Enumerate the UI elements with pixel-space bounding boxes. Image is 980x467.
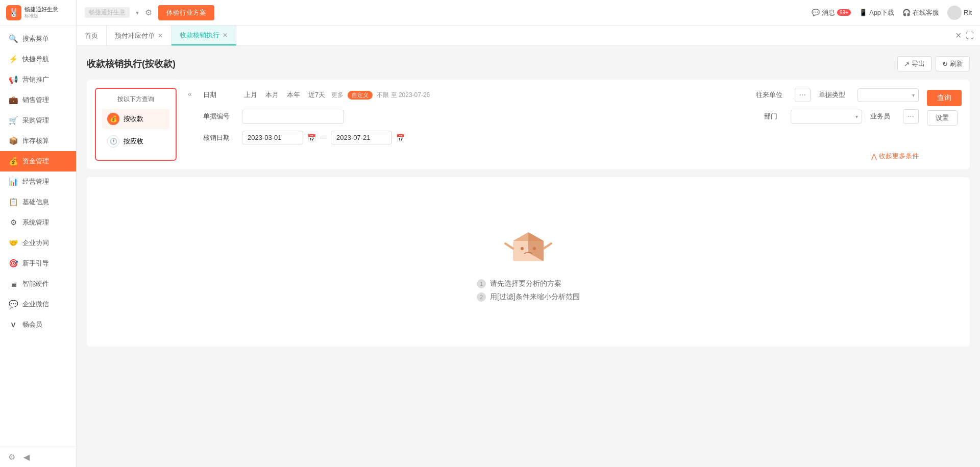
tab-collection[interactable]: 收款核销执行 ✕ [172, 26, 236, 45]
date-custom-badge[interactable]: 自定义 [348, 91, 373, 100]
query-type-by-receivable[interactable]: 🕐 按应收 [102, 131, 169, 152]
verify-date-end-input[interactable] [331, 131, 392, 144]
collapse-more-label: 收起更多条件 [879, 152, 919, 161]
filter-area: 按以下方查询 💰 按收款 🕐 按应收 « 日期 [87, 80, 970, 169]
logo-title: 畅捷通好生意 [24, 6, 58, 13]
main-area: 畅捷通好生意 ▾ ⚙ 体验行业方案 💬 消息 99+ 📱 App下载 🎧 在线客… [77, 0, 980, 467]
tab-prepay-close-icon[interactable]: ✕ [158, 33, 163, 39]
sidebar-item-marketing[interactable]: 📢 营销推广 [0, 69, 76, 90]
sidebar-item-system[interactable]: ⚙ 系统管理 [0, 212, 76, 233]
dept-select[interactable] [791, 110, 862, 124]
date-last-month[interactable]: 上月 [242, 89, 259, 101]
sidebar-item-management[interactable]: 📊 经营管理 [0, 171, 76, 192]
export-icon: ↗ [904, 60, 910, 68]
doctype-select-wrapper: ▾ [857, 88, 919, 102]
industry-solution-button[interactable]: 体验行业方案 [158, 5, 214, 20]
verify-date-end-calendar-icon[interactable]: 📅 [396, 134, 405, 142]
sidebar-item-label: 经营管理 [22, 177, 49, 186]
date-shortcuts: 上月 本月 本年 近7天 更多 自定义 [242, 89, 373, 101]
sidebar-item-finance[interactable]: 💰 资金管理 [0, 151, 76, 171]
sidebar-item-guide[interactable]: 🎯 新手引导 [0, 253, 76, 274]
sidebar-item-label: 智能硬件 [22, 279, 49, 288]
app-download-button[interactable]: 📱 App下载 [859, 8, 894, 17]
collapse-sidebar-icon[interactable]: ◀ [23, 452, 30, 462]
sidebar-item-inventory[interactable]: 📦 库存核算 [0, 131, 76, 151]
filter-actions: 查询 设置 [927, 88, 962, 161]
sidebar-item-wechat[interactable]: 💬 企业微信 [0, 294, 76, 314]
doctype-label: 单据类型 [819, 90, 849, 100]
guide-icon: 🎯 [8, 258, 18, 268]
page-title-actions: ↗ 导出 ↻ 刷新 [897, 56, 970, 71]
salesman-label: 业务员 [870, 112, 895, 121]
sidebar-bottom: ⚙ ◀ [0, 447, 76, 467]
sidebar: 🐰 畅捷通好生意 标准版 🔍 搜索菜单 ⚡ 快捷导航 📢 营销推广 💼 销售管理… [0, 0, 77, 467]
date-more[interactable]: 更多 [331, 91, 344, 100]
refresh-button[interactable]: ↻ 刷新 [936, 56, 970, 71]
verify-date-start-input[interactable] [242, 131, 303, 144]
date-7days[interactable]: 近7天 [306, 89, 327, 101]
svg-point-3 [521, 247, 524, 250]
date-this-month[interactable]: 本月 [263, 89, 281, 101]
tab-home-label: 首页 [85, 31, 98, 40]
filter-row-3: 核销日期 📅 — 📅 [203, 131, 919, 144]
hint-item-2: 2 用[过滤]条件来缩小分析范围 [477, 292, 580, 302]
sidebar-item-search[interactable]: 🔍 搜索菜单 [0, 29, 76, 49]
verify-date-group: 📅 — 📅 [242, 131, 405, 144]
hint-num-1: 1 [477, 279, 486, 288]
sidebar-item-hardware[interactable]: 🖥 智能硬件 [0, 274, 76, 294]
settings-bottom-icon[interactable]: ⚙ [8, 452, 15, 462]
sidebar-item-purchase[interactable]: 🛒 采购管理 [0, 110, 76, 131]
topbar-brand: 畅捷通好生意 [85, 7, 130, 18]
sidebar-item-sales[interactable]: 💼 销售管理 [0, 90, 76, 110]
sidebar-item-label: 搜索菜单 [22, 34, 49, 43]
brand-text: 畅捷通好生意 [85, 7, 130, 18]
hardware-icon: 🖥 [8, 279, 18, 289]
query-button[interactable]: 查询 [927, 90, 962, 106]
doctype-select[interactable] [857, 88, 919, 102]
collab-icon: 🤝 [8, 238, 18, 248]
dept-control: ▾ [791, 110, 862, 124]
settings-button[interactable]: 设置 [927, 110, 958, 126]
empty-svg [503, 218, 554, 269]
sidebar-item-collab[interactable]: 🤝 企业协同 [0, 233, 76, 253]
tab-bar-actions: ✕ ⛶ [949, 26, 980, 45]
verify-date-start-calendar-icon[interactable]: 📅 [307, 134, 316, 142]
svg-point-4 [533, 247, 536, 250]
message-icon: 💬 [812, 9, 820, 16]
sidebar-item-vip[interactable]: V 畅会员 [0, 314, 76, 335]
service-icon: 🎧 [902, 9, 911, 16]
collapse-more-button[interactable]: ⋀ 收起更多条件 [203, 152, 919, 161]
tab-home[interactable]: 首页 [77, 26, 107, 45]
basic-icon: 📋 [8, 197, 18, 207]
date-this-year[interactable]: 本年 [285, 89, 302, 101]
date-label: 日期 [203, 90, 234, 100]
chevron-up-icon: ⋀ [871, 153, 877, 160]
user-info[interactable]: Rit [947, 6, 972, 20]
partner-select-button[interactable]: ··· [795, 88, 811, 102]
filter-form: 日期 上月 本月 本年 近7天 更多 自定义 不限 至 2023-07-26 往… [203, 88, 919, 161]
empty-hints: 1 请先选择要分析的方案 2 用[过滤]条件来缩小分析范围 [477, 279, 580, 306]
sidebar-item-basic[interactable]: 📋 基础信息 [0, 192, 76, 212]
salesman-select-button[interactable]: ··· [903, 109, 919, 124]
collapse-query-panel-button[interactable]: « [185, 88, 195, 98]
query-type-receivable-label: 按应收 [124, 137, 143, 146]
wechat-icon: 💬 [8, 299, 18, 309]
tab-expand-icon[interactable]: ⛶ [966, 31, 974, 40]
message-button[interactable]: 💬 消息 99+ [812, 8, 851, 17]
chevron-down-icon: ▾ [136, 9, 139, 16]
export-button[interactable]: ↗ 导出 [897, 56, 932, 71]
gear-icon[interactable]: ⚙ [145, 8, 152, 17]
management-icon: 📊 [8, 177, 18, 187]
sidebar-item-label: 系统管理 [22, 218, 49, 227]
sidebar-item-quicknav[interactable]: ⚡ 快捷导航 [0, 49, 76, 69]
tab-close-all-icon[interactable]: ✕ [955, 31, 962, 40]
customer-service-button[interactable]: 🎧 在线客服 [902, 8, 939, 17]
tab-collection-close-icon[interactable]: ✕ [223, 32, 228, 38]
docno-input[interactable] [242, 110, 344, 124]
sidebar-item-label: 营销推广 [22, 75, 49, 84]
customer-service-label: 在线客服 [913, 8, 939, 17]
filter-row-1: 日期 上月 本月 本年 近7天 更多 自定义 不限 至 2023-07-26 往… [203, 88, 919, 102]
query-type-by-receipt[interactable]: 💰 按收款 [102, 109, 169, 129]
finance-icon: 💰 [8, 156, 18, 166]
tab-prepay[interactable]: 预付冲应付单 ✕ [107, 26, 172, 45]
